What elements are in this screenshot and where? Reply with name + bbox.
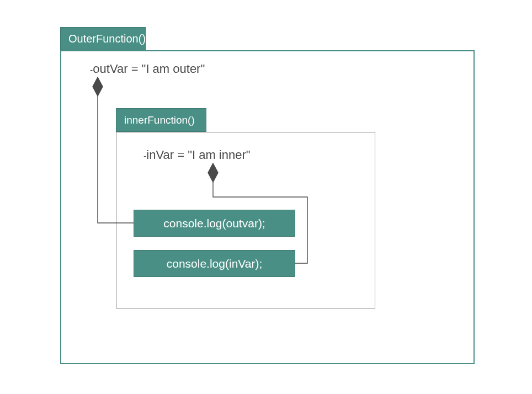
scope-diagram: OuterFunction() -outVar = "I am outer" i… [0, 0, 532, 394]
svg-marker-1 [208, 163, 218, 182]
connector-inner-to-code2 [0, 0, 532, 394]
